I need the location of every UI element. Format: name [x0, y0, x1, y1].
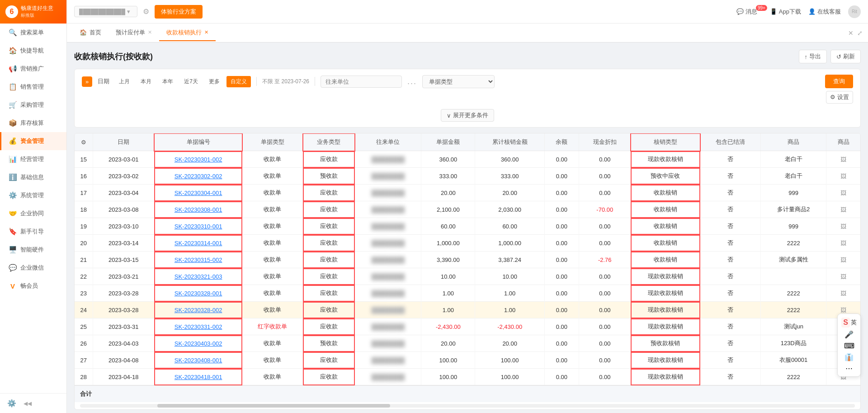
sidebar-item-basic[interactable]: ℹ️ 基础信息: [0, 168, 66, 186]
bill-no-cell[interactable]: SK-20230408-001: [154, 352, 242, 369]
chevron-down-icon: ∨: [447, 112, 451, 119]
bill-no-cell[interactable]: SK-20230310-001: [154, 218, 242, 235]
col-cancel-type[interactable]: 核销类型: [631, 133, 700, 151]
bill-no-cell[interactable]: SK-20230331-002: [154, 318, 242, 335]
col-cum-amount[interactable]: 累计核销金额: [475, 133, 544, 151]
bill-amount-cell: 333.00: [421, 168, 475, 185]
bill-no-cell[interactable]: SK-20230315-002: [154, 252, 242, 268]
gear-icon[interactable]: ⚙: [143, 7, 149, 16]
cancel-type-cell: 预收款核销: [631, 335, 700, 352]
sidebar-item-search[interactable]: 🔍 搜索菜单: [0, 24, 66, 42]
col-biz-type[interactable]: 业务类型: [303, 133, 355, 151]
refresh-btn[interactable]: ↺ 刷新: [830, 50, 861, 63]
date-pill-more[interactable]: 更多: [205, 76, 224, 87]
date-pill-this-year[interactable]: 本年: [158, 76, 177, 87]
sidebar-item-collab[interactable]: 🤝 企业协同: [0, 204, 66, 223]
expand-tab-btn[interactable]: ⤢: [857, 29, 863, 37]
horizontal-scrollbar[interactable]: [80, 404, 855, 408]
seq-cell: 18: [75, 201, 93, 218]
col-cash-discount[interactable]: 现金折扣: [579, 133, 631, 151]
date-pill-this-month[interactable]: 本月: [137, 76, 156, 87]
industry-btn[interactable]: 体验行业方案: [155, 5, 203, 19]
cum-amount-cell: 1.00: [475, 285, 544, 302]
cum-amount-cell: 1.00: [475, 302, 544, 318]
bill-no-cell[interactable]: SK-20230302-002: [154, 168, 242, 185]
seq-cell: 15: [75, 151, 93, 168]
sidebar-item-finance[interactable]: 💰 资金管理: [0, 132, 66, 150]
export-btn[interactable]: ↑ 导出: [799, 50, 827, 63]
filter-expand-btn[interactable]: »: [82, 76, 92, 87]
settings-bottom-icon[interactable]: ⚙️: [7, 399, 16, 408]
tab-collection[interactable]: 收款核销执行 ✕: [159, 25, 216, 41]
tab-prepay[interactable]: 预计应付单 ✕: [108, 25, 159, 41]
close-tab-btn[interactable]: ✕: [848, 29, 854, 37]
service-btn[interactable]: 👤 在线客服: [808, 8, 841, 16]
sidebar-item-inventory[interactable]: 📦 库存核算: [0, 114, 66, 132]
date-pill-last-month[interactable]: 上月: [115, 76, 134, 87]
sidebar-item-hardware[interactable]: 🖥️ 智能硬件: [0, 241, 66, 259]
product-cell: 123D商品: [761, 335, 826, 352]
tab-collection-close[interactable]: ✕: [204, 29, 208, 35]
col-settings[interactable]: ⚙: [75, 133, 93, 151]
sidebar-item-guide[interactable]: 🔖 新手引导: [0, 223, 66, 241]
seq-cell: 23: [75, 285, 93, 302]
search-icon: 🔍: [9, 28, 17, 37]
keyboard-icon[interactable]: ⌨: [844, 342, 854, 350]
filter-settings-btn[interactable]: ⚙ 设置: [826, 91, 853, 104]
bill-no-cell[interactable]: SK-20230301-002: [154, 151, 242, 168]
bill-type-select[interactable]: 单据类型: [422, 75, 495, 88]
cash-discount-cell: 0.00: [579, 335, 631, 352]
bill-no-cell[interactable]: SK-20230308-001: [154, 201, 242, 218]
seq-cell: 16: [75, 168, 93, 185]
more-icon[interactable]: ⋯: [845, 364, 853, 373]
col-bill-no[interactable]: 单据编号: [154, 133, 242, 151]
bill-no-cell[interactable]: SK-20230328-001: [154, 285, 242, 302]
collapse-icon[interactable]: ◀◀: [24, 400, 32, 407]
bill-no-cell[interactable]: SK-20230403-002: [154, 335, 242, 352]
sidebar-item-system[interactable]: ⚙️ 系统管理: [0, 186, 66, 204]
partner-input[interactable]: [321, 76, 402, 88]
col-bill-amount[interactable]: 单据金额: [421, 133, 475, 151]
product-cell: 衣服00001: [761, 352, 826, 369]
bill-no-cell[interactable]: SK-20230304-001: [154, 185, 242, 201]
col-partner[interactable]: 往来单位: [355, 133, 421, 151]
col-bill-type[interactable]: 单据类型: [242, 133, 303, 151]
col-product[interactable]: 商品: [761, 133, 826, 151]
messages-btn[interactable]: 💬 消息 99+: [736, 8, 763, 16]
sidebar-item-marketing[interactable]: 📢 营销推广: [0, 60, 66, 78]
sidebar-item-quicknav[interactable]: 🏠 快捷导航: [0, 42, 66, 60]
scrollbar-handle[interactable]: [157, 404, 390, 408]
float-logo-s: S: [841, 318, 850, 328]
expand-more-btn[interactable]: ∨ 展开更多条件: [441, 109, 494, 122]
logo-icon: 6: [5, 5, 18, 18]
company-dropdown[interactable]: ████████████ ▾: [74, 6, 137, 17]
col-date[interactable]: 日期: [93, 133, 154, 151]
date-pill-7days[interactable]: 近7天: [180, 76, 202, 87]
sidebar-item-member[interactable]: V 畅会员: [0, 277, 66, 295]
tab-home[interactable]: 🏠 首页: [72, 25, 108, 41]
date-pill-custom[interactable]: 自定义: [226, 76, 251, 87]
col-product-img[interactable]: 商品: [826, 133, 860, 151]
sidebar-item-sales[interactable]: 📋 销售管理: [0, 78, 66, 96]
cum-amount-cell: 2,030.00: [475, 201, 544, 218]
date-cell: 2023-03-10: [93, 218, 154, 235]
sidebar-item-wechat[interactable]: 💬 企业微信: [0, 259, 66, 277]
bill-no-cell[interactable]: SK-20230321-003: [154, 268, 242, 285]
col-include-settled[interactable]: 包含已结清: [700, 133, 761, 151]
cum-amount-cell: 1,000.00: [475, 235, 544, 252]
app-download-btn[interactable]: 📱 App下载: [770, 8, 801, 16]
shirt-icon[interactable]: 👔: [844, 353, 854, 361]
bill-amount-cell: 10.00: [421, 268, 475, 285]
bill-no-cell[interactable]: SK-20230314-001: [154, 235, 242, 252]
query-btn[interactable]: 查询: [825, 75, 853, 88]
bill-no-cell[interactable]: SK-20230418-001: [154, 369, 242, 386]
user-avatar[interactable]: Rit: [848, 5, 861, 18]
mic-icon[interactable]: 🎤: [844, 330, 854, 339]
sidebar-item-operations[interactable]: 📊 经营管理: [0, 150, 66, 168]
sidebar-item-purchase[interactable]: 🛒 采购管理: [0, 96, 66, 114]
bill-no-cell[interactable]: SK-20230328-002: [154, 302, 242, 318]
col-balance[interactable]: 余额: [544, 133, 579, 151]
topbar-right: 💬 消息 99+ 📱 App下载 👤 在线客服 Rit: [736, 5, 861, 18]
tab-prepay-close[interactable]: ✕: [148, 29, 152, 35]
cancel-type-cell: 现款收款核销: [631, 318, 700, 335]
